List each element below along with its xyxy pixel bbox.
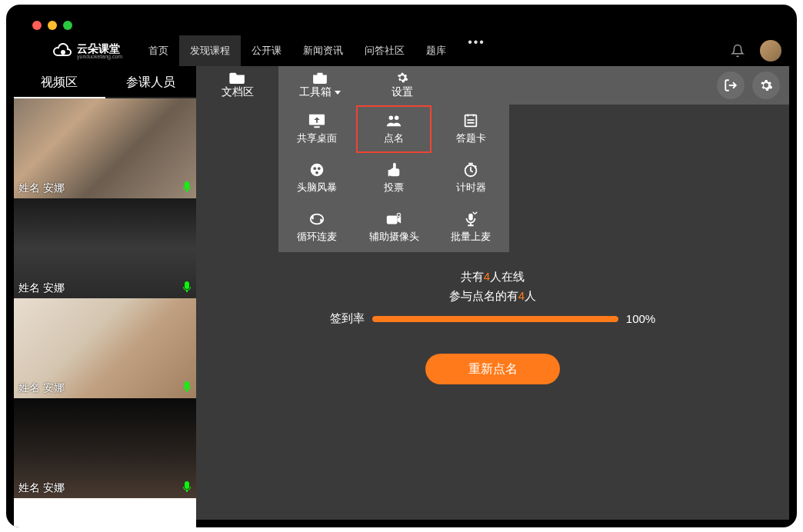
video-item[interactable]: 姓名 安娜 — [14, 398, 196, 498]
nav-home[interactable]: 首页 — [138, 35, 179, 66]
svg-point-5 — [311, 164, 324, 177]
signin-rate-label: 签到率 — [330, 311, 365, 326]
tools-dropdown: 共享桌面 点名 答题卡 头脑风暴 投票 计时器 — [278, 105, 509, 252]
gear-icon — [394, 71, 411, 84]
vote-icon — [385, 162, 402, 178]
nav-items: 首页 发现课程 公开课 新闻资讯 问答社区 题库 ••• — [138, 35, 496, 66]
video-item[interactable]: 姓名 安娜 — [14, 198, 196, 298]
mic-icon — [182, 181, 192, 194]
toolbox-icon — [312, 71, 328, 84]
top-nav: 云朵课堂 yunduoketang.com 首页 发现课程 公开课 新闻资讯 问… — [14, 35, 789, 66]
logo[interactable]: 云朵课堂 yunduoketang.com — [52, 43, 122, 59]
progress-bar — [372, 316, 618, 322]
cloud-icon — [52, 43, 74, 58]
nav-more[interactable]: ••• — [457, 35, 496, 66]
nav-qa[interactable]: 问答社区 — [354, 35, 415, 66]
re-rollcall-button[interactable]: 重新点名 — [425, 354, 560, 384]
svg-point-3 — [395, 116, 399, 121]
tool-answer-card[interactable]: 答题卡 — [432, 105, 509, 154]
video-label: 姓名 安娜 — [18, 181, 65, 195]
nav-questions[interactable]: 题库 — [415, 35, 457, 66]
sidebar-tabs: 视频区 参课人员 — [14, 66, 196, 98]
signin-rate-value: 100% — [626, 312, 655, 325]
svg-rect-12 — [468, 214, 473, 221]
online-count-text: 共有4人在线 — [196, 270, 789, 284]
gear-icon — [759, 78, 773, 92]
svg-point-6 — [313, 167, 316, 170]
tool-batch-mic[interactable]: 批量上麦 — [432, 203, 509, 252]
exit-button[interactable] — [717, 71, 745, 99]
batch-mic-icon — [462, 211, 479, 227]
avatar[interactable] — [760, 40, 781, 62]
answer-card-icon — [462, 113, 479, 128]
nav-open-class[interactable]: 公开课 — [241, 35, 292, 66]
tab-video[interactable]: 视频区 — [14, 66, 105, 98]
svg-point-7 — [318, 167, 321, 170]
tool-share-screen[interactable]: 共享桌面 — [278, 105, 355, 154]
tab-participants[interactable]: 参课人员 — [105, 66, 197, 97]
timer-icon — [462, 162, 479, 178]
doc-area-button[interactable]: 文档区 — [196, 66, 278, 105]
svg-point-0 — [62, 51, 65, 54]
video-list: 姓名 安娜 姓名 安娜 姓名 安娜 — [14, 98, 196, 527]
video-label: 姓名 安娜 — [18, 381, 65, 395]
settings-button[interactable]: 设置 — [361, 66, 443, 105]
video-thumb — [14, 498, 196, 527]
tool-timer[interactable]: 计时器 — [432, 154, 509, 203]
close-window[interactable] — [32, 21, 42, 30]
svg-point-2 — [389, 116, 394, 121]
participate-count-text: 参与点名的有4人 — [196, 289, 789, 304]
share-screen-icon — [308, 113, 325, 128]
chevron-down-icon — [335, 91, 341, 95]
mic-icon — [182, 281, 192, 294]
progress-fill — [372, 316, 618, 322]
svg-point-8 — [315, 171, 318, 175]
tool-brainstorm[interactable]: 头脑风暴 — [278, 154, 355, 203]
minimize-window[interactable] — [48, 21, 57, 30]
video-label: 姓名 安娜 — [18, 481, 65, 495]
video-item[interactable] — [14, 498, 196, 527]
main-toolbar: 文档区 工具箱 设置 — [196, 66, 789, 105]
window-controls — [32, 21, 72, 30]
mic-icon — [182, 381, 192, 394]
folder-icon — [229, 71, 246, 84]
tool-aux-camera[interactable]: 辅助摄像头 — [355, 203, 432, 252]
signin-rate-row: 签到率 100% — [196, 311, 789, 326]
nav-news[interactable]: 新闻资讯 — [292, 35, 354, 66]
tool-rollcall[interactable]: 点名 — [355, 105, 432, 154]
video-item[interactable]: 姓名 安娜 — [14, 298, 196, 398]
sidebar: 视频区 参课人员 姓名 安娜 姓名 安娜 — [14, 66, 196, 520]
exit-icon — [724, 78, 738, 92]
logo-subtitle: yunduoketang.com — [77, 54, 122, 59]
tool-vote[interactable]: 投票 — [355, 154, 432, 203]
maximize-window[interactable] — [63, 21, 72, 30]
svg-rect-10 — [387, 215, 398, 224]
logo-title: 云朵课堂 — [77, 43, 122, 54]
toolbox-button[interactable]: 工具箱 — [278, 66, 361, 105]
cycle-mic-icon — [308, 211, 325, 227]
aux-camera-icon — [385, 211, 402, 227]
rollcall-panel: 共有4人在线 参与点名的有4人 签到率 100% 重新点名 — [196, 270, 789, 384]
main-area: 文档区 工具箱 设置 — [196, 66, 789, 520]
mic-icon — [182, 481, 192, 494]
rollcall-icon — [385, 113, 402, 128]
video-item[interactable]: 姓名 安娜 — [14, 98, 196, 198]
brainstorm-icon — [308, 162, 325, 178]
tool-cycle-mic[interactable]: 循环连麦 — [278, 203, 355, 252]
app-window: 云朵课堂 yunduoketang.com 首页 发现课程 公开课 新闻资讯 问… — [6, 5, 797, 527]
video-label: 姓名 安娜 — [18, 281, 65, 295]
bell-icon[interactable] — [731, 44, 745, 58]
nav-discover[interactable]: 发现课程 — [179, 35, 241, 66]
gear-button[interactable] — [752, 71, 780, 99]
